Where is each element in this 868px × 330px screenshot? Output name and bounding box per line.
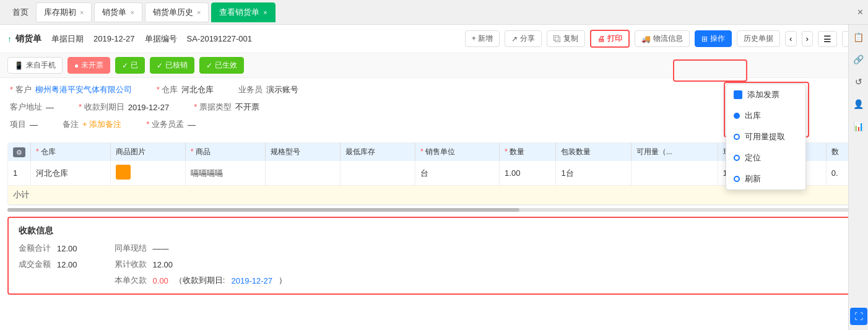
tab-inventory[interactable]: 库存期初 × xyxy=(36,2,92,22)
layout-list-button[interactable]: ☰ xyxy=(818,31,837,47)
logistics-button[interactable]: 🚚 物流信息 xyxy=(635,30,690,47)
effective-button[interactable]: ✓ 已生效 xyxy=(199,57,244,74)
from-phone-button[interactable]: 📱 来自手机 xyxy=(7,57,63,74)
row-min-stock xyxy=(340,161,415,186)
employee-value: 演示账号 xyxy=(266,84,298,95)
cumulative-label: 累计收款 xyxy=(115,259,147,270)
print-icon: 🖨 xyxy=(597,35,605,43)
window-close-button[interactable]: × xyxy=(857,7,863,18)
locate-label: 定位 xyxy=(745,152,761,163)
available-qty-label: 可用量提取 xyxy=(745,131,785,142)
tab-bar: 首页 库存期初 × 销货单 × 销货单历史 × 查看销货单 × × xyxy=(0,0,868,25)
amount-total-item: 金额合计 12.00 xyxy=(19,243,77,254)
copy-button[interactable]: ⿻ 复制 xyxy=(547,30,585,47)
sidebar-chart-icon[interactable]: 📊 xyxy=(851,119,866,134)
arrear-date: 2019-12-27 xyxy=(231,276,272,285)
col-product: 商品 xyxy=(185,143,265,161)
payment-section: 收款信息 金额合计 12.00 成交金额 12.00 同单现结 —— 累计收款 xyxy=(7,217,861,295)
ticket-label: 票据类型 xyxy=(194,102,232,113)
project-value: — xyxy=(30,120,38,129)
next-button[interactable]: › xyxy=(802,31,813,46)
project-field: 项目 — xyxy=(10,119,38,130)
dropdown-available-qty[interactable]: 可用量提取 xyxy=(726,126,805,147)
due-date-value: 2019-12-27 xyxy=(128,103,170,112)
horizontal-scrollbar[interactable] xyxy=(7,208,861,212)
add-invoice-icon xyxy=(734,90,742,99)
row-product: 嗝嗝嗝嗝 xyxy=(185,161,265,186)
outbound-icon xyxy=(734,113,740,119)
arrear-item: 本单欠款 0.00 （收款到期日: 2019-12-27 ） xyxy=(115,275,287,286)
address-label: 客户地址 xyxy=(10,102,42,113)
add-button[interactable]: + 新增 xyxy=(465,30,500,47)
scrollbar-thumb[interactable] xyxy=(7,208,519,212)
doc-type-label: 销货单 xyxy=(15,33,41,45)
sidebar-refresh-icon[interactable]: ↺ xyxy=(851,74,866,89)
sidebar-link-icon[interactable]: 🔗 xyxy=(851,52,866,67)
tab-sales-history[interactable]: 销货单历史 × xyxy=(145,2,209,22)
cancelled-button[interactable]: ✓ 已核销 xyxy=(150,57,194,74)
operations-icon: ⊞ xyxy=(701,35,708,43)
tab-close-inventory[interactable]: × xyxy=(80,9,84,16)
doc-meta: 单据日期 2019-12-27 单据编号 SA-20191227-001 xyxy=(51,33,252,45)
address-field: 客户地址 — xyxy=(10,102,54,113)
not-open-ticket-button[interactable]: ● 未开票 xyxy=(67,57,110,74)
main-content: ↑ 销货单 单据日期 2019-12-27 单据编号 SA-20191227-0… xyxy=(0,25,868,330)
share-button[interactable]: ↗ 分享 xyxy=(505,30,542,47)
col-settings: ⚙ xyxy=(8,143,31,161)
dropdown-refresh[interactable]: 刷新 xyxy=(726,168,805,189)
arrear-close: ） xyxy=(279,275,287,286)
doc-header: ↑ 销货单 单据日期 2019-12-27 单据编号 SA-20191227-0… xyxy=(0,25,868,53)
same-order-value: —— xyxy=(153,244,169,253)
doc-date-label: 单据日期 xyxy=(51,33,84,45)
right-sidebar: 📋 🔗 ↺ 👤 📊 ⛶ xyxy=(848,25,868,330)
sidebar-clipboard-icon[interactable]: 📋 xyxy=(851,30,866,45)
row-warehouse: 河北仓库 xyxy=(31,161,111,186)
customer-value[interactable]: 柳州粤港平安气体有限公司 xyxy=(35,84,132,95)
available-qty-icon xyxy=(734,134,740,140)
arrear-value: 0.00 xyxy=(153,276,168,285)
deal-amount-item: 成交金额 12.00 xyxy=(19,259,77,270)
address-value: — xyxy=(46,103,54,112)
history-button[interactable]: 历史单据 xyxy=(737,30,780,47)
effective-icon: ✓ xyxy=(206,61,212,70)
doc-title-area: ↑ 销货单 xyxy=(7,33,41,45)
amount-total-label: 金额合计 xyxy=(19,243,51,254)
add-invoice-label: 添加发票 xyxy=(747,89,779,100)
prev-button[interactable]: ‹ xyxy=(785,31,796,46)
doc-type-icon: ↑ xyxy=(7,34,12,44)
tab-close-history[interactable]: × xyxy=(197,9,201,16)
arrear-note: （收款到期日: xyxy=(175,275,225,286)
payment-rows: 金额合计 12.00 成交金额 12.00 同单现结 —— 累计收款 12.00 xyxy=(19,243,849,286)
tab-view-sales[interactable]: 查看销货单 × xyxy=(211,2,275,22)
settings-icon[interactable]: ⚙ xyxy=(13,147,25,157)
project-label: 项目 xyxy=(10,119,26,130)
dropdown-add-invoice[interactable]: 添加发票 xyxy=(726,84,805,105)
arrear-label: 本单欠款 xyxy=(115,275,147,286)
tab-close-view[interactable]: × xyxy=(263,9,267,16)
operations-button[interactable]: ⊞ 操作 xyxy=(695,30,732,47)
customer-field: 客户 柳州粤港平安气体有限公司 xyxy=(10,84,132,95)
col-unit: 销售单位 xyxy=(415,143,499,161)
payment-col-left: 金额合计 12.00 成交金额 12.00 xyxy=(19,243,77,286)
refresh-icon xyxy=(734,176,740,182)
doc-actions: + 新增 ↗ 分享 ⿻ 复制 🖨 打印 🚚 物流信息 ⊞ 操作 xyxy=(465,30,861,48)
sidebar-expand-icon[interactable]: ⛶ xyxy=(850,308,867,325)
print-button[interactable]: 🖨 打印 xyxy=(590,30,630,48)
tab-home[interactable]: 首页 xyxy=(5,7,36,18)
tab-close-sales[interactable]: × xyxy=(130,9,134,16)
row-spec xyxy=(265,161,340,186)
confirmed-button[interactable]: ✓ 已 xyxy=(115,57,145,74)
add-note-button[interactable]: + 添加备注 xyxy=(82,119,121,130)
deal-amount-label: 成交金额 xyxy=(19,259,51,270)
due-date-label: 收款到期日 xyxy=(79,102,124,113)
check-icon: ✓ xyxy=(122,61,128,70)
row-qty: 1.00 xyxy=(500,161,556,186)
cancelled-icon: ✓ xyxy=(157,61,163,70)
tab-sales[interactable]: 销货单 × xyxy=(94,2,142,22)
row-pack-qty: 1台 xyxy=(556,161,631,186)
dropdown-outbound[interactable]: 出库 xyxy=(726,105,805,126)
dropdown-locate[interactable]: 定位 xyxy=(726,147,805,168)
sidebar-user-icon[interactable]: 👤 xyxy=(851,97,866,111)
note-label: 备注 xyxy=(63,119,79,130)
product-image xyxy=(116,165,131,180)
